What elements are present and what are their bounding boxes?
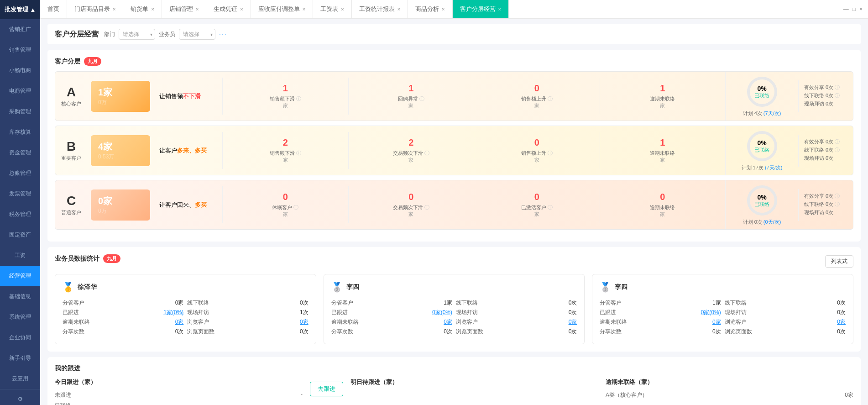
staff-label: 业务员	[159, 31, 175, 38]
sidebar-item-inventory[interactable]: 库存核算	[0, 122, 40, 142]
info-icon[interactable]: ⓘ	[548, 150, 553, 157]
sidebar-item-sales[interactable]: 销售管理	[0, 40, 40, 60]
today-follow-title: 今日跟进（家）	[55, 378, 303, 386]
staff-stats-right-0: 线下联络0次 现场拜访1次 浏览客户0家 浏览页面数0次	[187, 298, 308, 337]
info-icon[interactable]: ⓘ	[548, 95, 553, 102]
staff-name-2: 李四	[615, 283, 627, 291]
tier-b-name: 重要客户	[61, 155, 81, 162]
sidebar-logo[interactable]: 批发管理 ▲	[0, 0, 40, 19]
staff-stat-share-1: 分享次数0次	[331, 327, 452, 337]
info-icon[interactable]: ⓘ	[548, 204, 553, 211]
tier-a-stat-sales-down: 1 销售额下滑ⓘ 家	[222, 78, 348, 115]
tier-b-circle: 0% 已联络 计划 17次 (7天/次)	[725, 126, 798, 175]
window-close-icon[interactable]: ×	[859, 6, 863, 12]
sidebar-item-marketing[interactable]: 营销推广	[0, 19, 40, 40]
staff-stat-browse-0: 浏览客户0家	[187, 317, 308, 327]
tab-close-icon[interactable]: ×	[113, 6, 115, 12]
tier-b-offline: 线下联络 0次 ⓘ	[804, 147, 847, 153]
sidebar-item-collab[interactable]: 企业协同	[0, 327, 40, 348]
tab-product-analysis[interactable]: 商品分析×	[408, 0, 452, 18]
tab-close-icon[interactable]: ×	[303, 6, 305, 12]
tomorrow-follow-col: 明日待跟进（家）	[350, 378, 598, 405]
tab-close-icon[interactable]: ×	[498, 6, 501, 12]
sidebar-item-ecommerce-small[interactable]: 小畅电商	[0, 60, 40, 81]
go-follow-button[interactable]: 去跟进	[310, 382, 343, 396]
info-icon[interactable]: ⓘ	[419, 95, 424, 102]
tab-customer-tier[interactable]: 客户分层经营×	[453, 0, 509, 18]
window-minimize-icon[interactable]: —	[843, 6, 849, 12]
staff-card-0: 🥇 徐泽华 分管客户0家 已跟进1家(0%) 逾期未联络0家 分享次数0次 线下…	[55, 274, 316, 344]
overdue-a-tier: A类（核心客户） 0家	[606, 390, 853, 400]
tier-a-name: 核心客户	[61, 100, 81, 107]
sidebar-item-cloud[interactable]: 云应用	[0, 368, 40, 389]
tier-b-amount: 0.53万	[98, 153, 143, 161]
tab-close-icon[interactable]: ×	[196, 6, 199, 12]
tab-close-icon[interactable]: ×	[151, 6, 154, 12]
dept-select[interactable]: 请选择	[119, 29, 155, 40]
tier-a-share: 有效分享 0次 ⓘ	[804, 84, 847, 91]
info-icon[interactable]: ⓘ	[296, 95, 301, 102]
go-follow-btn-wrapper: 去跟进	[310, 378, 343, 405]
staff-medal-0: 🥇	[63, 282, 74, 293]
tab-close-icon[interactable]: ×	[341, 6, 344, 12]
tab-payroll-report[interactable]: 工资统计报表×	[352, 0, 408, 18]
window-maximize-icon[interactable]: □	[852, 6, 856, 12]
sidebar-item-ecommerce[interactable]: 电商管理	[0, 81, 40, 101]
tier-c-action: 让客户回来、多买	[154, 195, 222, 215]
sidebar-item-finance[interactable]: 资金管理	[0, 142, 40, 163]
tab-close-icon[interactable]: ×	[240, 6, 243, 12]
tier-c-circle-label: 已联络	[754, 201, 769, 208]
tab-voucher[interactable]: 生成凭证×	[206, 0, 251, 18]
tier-b-action: 让客户多来、多买	[154, 141, 222, 160]
list-table-button[interactable]: 列表式	[825, 255, 853, 268]
info-icon[interactable]: ⓘ	[424, 204, 429, 211]
tab-store-products[interactable]: 门店商品目录×	[67, 0, 123, 18]
tier-b-progress-circle: 0% 已联络	[746, 130, 779, 163]
tier-a-stat-sales-up: 0 销售额上升ⓘ 家	[474, 78, 600, 115]
tier-c-action-highlight: 多买	[195, 201, 207, 208]
sidebar-item-tax[interactable]: 税务管理	[0, 204, 40, 225]
tier-a-count: 1家 0万	[91, 81, 150, 112]
month-badge: 九月	[84, 57, 101, 66]
sidebar-item-operations[interactable]: 经营管理	[0, 266, 40, 286]
staff-stat-pages-1: 浏览页面数0次	[456, 327, 577, 337]
sidebar-item-invoice[interactable]: 发票管理	[0, 184, 40, 204]
tier-row-c: C 普通客户 0家 0万 让客户回来、多买 0 休眠客户ⓘ 家	[55, 180, 853, 230]
staff-stat-visit-2: 现场拜访0次	[725, 308, 846, 317]
tier-b-side-stats: 有效分享 0次 ⓘ 线下联络 0次 ⓘ 现场拜访 0次	[798, 135, 853, 167]
tab-bar: 首页 门店商品目录× 销货单× 店铺管理× 生成凭证× 应收应付调整单× 工资表…	[40, 0, 868, 19]
info-icon[interactable]: ⓘ	[296, 150, 301, 157]
sidebar-item-system[interactable]: 系统管理	[0, 307, 40, 327]
info-icon[interactable]: ⓘ	[293, 204, 298, 211]
tab-home[interactable]: 首页	[40, 0, 67, 18]
tier-a-circle: 0% 已联络 计划 4次 (7天/次)	[725, 72, 798, 121]
staff-header-1: 🥈 李四	[331, 282, 577, 293]
page-header: 客户分层经营 部门 请选择 业务员 请选择 ···	[47, 24, 861, 44]
more-filter-icon[interactable]: ···	[219, 31, 227, 38]
sidebar-item-assets[interactable]: 固定资产	[0, 225, 40, 245]
today-follow-content: 未跟进- 已联络-	[55, 390, 303, 405]
gear-icon[interactable]: ⚙	[0, 389, 40, 405]
page-content: 客户分层经营 部门 请选择 业务员 请选择 ··· 客	[40, 19, 868, 405]
tier-b-stats: 2 销售额下滑ⓘ 家 2 交易频次下滑ⓘ 家 0 销售额上升ⓘ 家	[222, 132, 725, 169]
info-icon[interactable]: ⓘ	[424, 150, 429, 157]
tier-c-stat-dormant: 0 休眠客户ⓘ 家	[222, 186, 348, 223]
tier-b-stat-overdue: 1 逾期未联络 家	[600, 132, 726, 169]
customer-tier-title: 客户分层 九月	[55, 57, 853, 66]
sidebar-item-purchase[interactable]: 采购管理	[0, 101, 40, 122]
staff-select[interactable]: 请选择	[179, 29, 215, 40]
tab-sales-order[interactable]: 销货单×	[123, 0, 162, 18]
tab-close-icon[interactable]: ×	[397, 6, 400, 12]
sidebar-item-basic[interactable]: 基础信息	[0, 286, 40, 307]
sidebar-item-ledger[interactable]: 总账管理	[0, 163, 40, 184]
sidebar-item-guide[interactable]: 新手引导	[0, 348, 40, 368]
tab-close-icon[interactable]: ×	[442, 6, 444, 12]
tab-payroll-table[interactable]: 工资表×	[313, 0, 351, 18]
staff-stat-pages-0: 浏览页面数0次	[187, 327, 308, 337]
business-month-badge: 九月	[103, 254, 120, 263]
staff-stat-overdue-0: 逾期未联络0家	[63, 317, 183, 327]
tier-row-a: A 核心客户 1家 0万 让销售额不下滑 1 销售额下滑ⓘ 家	[55, 71, 853, 121]
tab-ar-ap[interactable]: 应收应付调整单×	[251, 0, 313, 18]
sidebar-item-payroll[interactable]: 工资	[0, 245, 40, 266]
tab-store-manage[interactable]: 店铺管理×	[162, 0, 206, 18]
